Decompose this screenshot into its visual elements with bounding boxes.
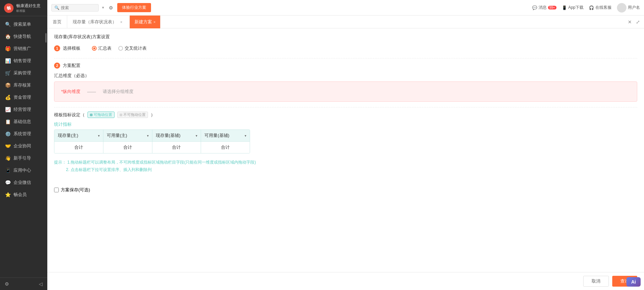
search-dropdown-icon[interactable]: ▼ (101, 6, 105, 9)
sidebar-item-label: 搜索菜单 (14, 21, 31, 27)
sidebar-item-purchase[interactable]: 🛒 采购管理 (0, 67, 47, 79)
sidebar-item-label: 系统管理 (14, 131, 31, 137)
sidebar-item-sales[interactable]: 📊 销售管理 (0, 55, 47, 67)
stats-col-4[interactable]: 可用量(基辅) ▾ (201, 130, 250, 141)
topbar-search-box[interactable]: 🔍 (51, 4, 99, 11)
radio-cross-circle (118, 46, 123, 51)
quick-nav-icon: 🏠 (5, 33, 11, 40)
stats-col-3[interactable]: 现存量(基辅) ▾ (152, 130, 201, 141)
sidebar-item-finance[interactable]: 💰 资金管理 (0, 91, 47, 103)
radio-cross-label: 交叉统计表 (125, 45, 147, 51)
window-expand-btn[interactable]: ⤢ (635, 18, 641, 26)
stats-label: 统计指标 (54, 121, 637, 127)
tips-prefix: 提示： (54, 160, 66, 165)
radio-summary-label: 汇总表 (98, 45, 112, 51)
step2-num: 2 (54, 63, 60, 69)
app-logo-icon: 畅 (4, 3, 14, 13)
operations-icon: 📈 (5, 106, 11, 113)
save-checkbox[interactable] (54, 188, 59, 192)
new-guide-icon: 👋 (5, 155, 11, 161)
inventory-tab-label: 现存量（库存状况表） (73, 19, 117, 25)
search-input[interactable] (61, 5, 95, 10)
sidebar-item-search-menu[interactable]: 🔍 搜索菜单 (0, 18, 47, 30)
sidebar-item-new-guide[interactable]: 👋 新手引导 (0, 152, 47, 164)
stats-col-1-chevron[interactable]: ▾ (98, 134, 100, 138)
sidebar-item-system[interactable]: ⚙️ 系统管理 (0, 128, 47, 140)
online-support-group[interactable]: 🎧 在线客服 (589, 5, 612, 10)
headset-icon: 🎧 (589, 5, 594, 10)
sidebar-scrollbar[interactable] (45, 33, 47, 43)
sidebar-item-label: 营销推广 (14, 46, 31, 52)
app-download-label: App下载 (568, 5, 584, 10)
tab-new-scheme[interactable]: 新建方案 × (130, 16, 160, 28)
radio-summary-circle (92, 46, 97, 51)
dimension-placeholder: 请选择分组维度 (103, 89, 133, 95)
tips-line2-text: 2. 点击标题栏下拉可设置排序、插入列和删除列 (66, 167, 151, 172)
user-avatar (617, 3, 626, 13)
window-close-btn[interactable]: ✕ (626, 18, 633, 26)
sidebar-item-marketing[interactable]: 🎁 营销推广 (0, 43, 47, 55)
stats-col-4-chevron[interactable]: ▾ (245, 134, 246, 138)
stats-col-3-chevron[interactable]: ▾ (196, 134, 197, 138)
step1-num: 1 (54, 45, 60, 51)
sidebar-item-label: 资金管理 (14, 94, 31, 100)
sidebar-item-app-center[interactable]: 📱 应用中心 (0, 164, 47, 176)
radio-summary[interactable]: 汇总表 (92, 45, 112, 51)
inventory-tab-close-icon[interactable]: × (119, 19, 124, 25)
messages-icon: 💬 (532, 5, 537, 10)
stats-col-3-label: 现存量(基辅) (156, 132, 181, 139)
dimension-dash: —— (87, 89, 96, 94)
draggable-dot (90, 114, 93, 116)
settings-icon[interactable]: ⚙ (5, 281, 9, 287)
cancel-button[interactable]: 取消 (583, 276, 609, 287)
sidebar: 畅 畅康通好生意 标准版 🔍 搜索菜单 🏠 快捷导航 🎁 营销推广 📊 销售管理… (0, 0, 47, 290)
sidebar-item-member[interactable]: ⭐ 畅会员 (0, 189, 47, 201)
step2-title: 方案配置 (63, 63, 80, 69)
sidebar-item-label: 采购管理 (14, 70, 31, 76)
stats-col-2-chevron[interactable]: ▾ (147, 134, 149, 138)
metrics-config-suffix: ） (151, 112, 155, 118)
radio-cross[interactable]: 交叉统计表 (118, 45, 147, 51)
new-scheme-tab-close-icon[interactable]: × (153, 20, 155, 24)
stats-col-2[interactable]: 可用量(主) ▾ (103, 130, 152, 141)
purchase-icon: 🛒 (5, 70, 11, 76)
sidebar-item-operations[interactable]: 📈 经营管理 (0, 103, 47, 116)
stats-table-header: 现存量(主) ▾ 可用量(主) ▾ 现存量(基辅) ▾ 可用量(基辅) (54, 130, 250, 141)
sidebar-item-enterprise-wechat[interactable]: 💬 企业微信 (0, 176, 47, 189)
stats-cell-2: 合计 (103, 142, 152, 153)
search-menu-icon: 🔍 (5, 21, 11, 27)
non-draggable-label: 不可拖动位置 (123, 112, 146, 117)
sidebar-item-inventory[interactable]: 📦 库存核算 (0, 79, 47, 91)
main-area: 🔍 ▼ ⚙ 体验行业方案 💬 消息 99+ 📱 App下载 🎧 在线客服 用户名 (47, 0, 644, 290)
home-tab-label: 首页 (53, 19, 61, 25)
topbar-gear-icon[interactable]: ⚙ (109, 5, 113, 10)
messages-group[interactable]: 💬 消息 99+ (532, 5, 556, 10)
stats-cell-4: 合计 (201, 142, 250, 153)
sidebar-menu: 🔍 搜索菜单 🏠 快捷导航 🎁 营销推广 📊 销售管理 🛒 采购管理 📦 库存核… (0, 16, 47, 277)
basic-info-icon: 📋 (5, 119, 11, 125)
sidebar-item-quick-nav[interactable]: 🏠 快捷导航 (0, 30, 47, 43)
sidebar-logo: 畅 畅康通好生意 标准版 (0, 0, 47, 16)
stats-col-1-label: 现存量(主) (58, 132, 78, 139)
app-center-icon: 📱 (5, 167, 11, 173)
page-title: 现存量(库存状况表)方案设置 (54, 34, 637, 40)
page-content: 现存量(库存状况表)方案设置 1 选择模板 汇总表 (47, 28, 644, 290)
stats-cell-1: 合计 (54, 142, 103, 153)
bottom-bar: 取消 查询 (47, 272, 644, 290)
tab-home[interactable]: 首页 (47, 16, 67, 28)
industry-btn[interactable]: 体验行业方案 (117, 3, 151, 12)
app-name-block: 畅康通好生意 标准版 (16, 3, 41, 13)
sidebar-item-basic-info[interactable]: 📋 基础信息 (0, 116, 47, 128)
sidebar-item-enterprise[interactable]: 🤝 企业协同 (0, 140, 47, 152)
stats-col-1[interactable]: 现存量(主) ▾ (54, 130, 103, 141)
marketing-icon: 🎁 (5, 46, 11, 52)
sidebar-item-label: 基础信息 (14, 119, 31, 125)
user-profile-group[interactable]: 用户名 (617, 3, 640, 13)
app-download-group[interactable]: 📱 App下载 (562, 5, 584, 10)
tab-inventory[interactable]: 现存量（库存状况表） × (67, 16, 130, 28)
non-draggable-badge: 不可拖动位置 (117, 112, 148, 118)
audio-icon[interactable]: ◁ (39, 281, 43, 287)
stats-col-4-label: 可用量(基辅) (204, 132, 229, 139)
ai-badge[interactable]: Ai (626, 277, 641, 287)
finance-icon: 💰 (5, 94, 11, 100)
